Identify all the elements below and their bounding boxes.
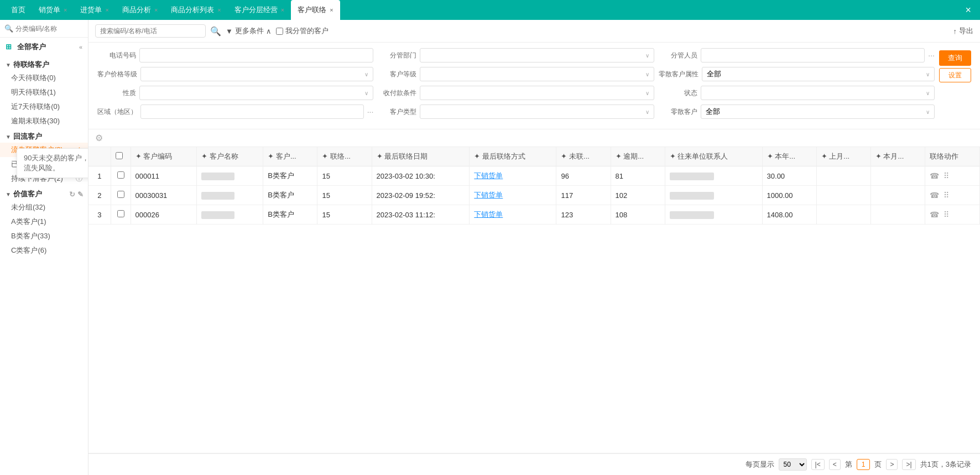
row-checkbox[interactable] (117, 210, 124, 217)
sidebar-item-a-class[interactable]: A类客户(1) (0, 215, 88, 229)
sidebar-section-value[interactable]: ▼ 价值客户 ↻ ✎ (0, 186, 88, 200)
sidebar-item-b-class[interactable]: B类客户(33) (0, 229, 88, 243)
row-last-contact-method[interactable]: 下销货单 (470, 166, 556, 186)
tab-customer-segment-close[interactable]: × (281, 7, 284, 13)
price-level-select[interactable]: ∨ (140, 67, 373, 81)
main-layout: 🔍 ⊞ 全部客户 « ▼ 待联络客户 今天待联络(0) 明天待联络(1) 近7天… (0, 20, 980, 475)
dept-select[interactable]: ∨ (420, 48, 654, 62)
col-this-year[interactable]: ✦ 本年... (762, 147, 816, 166)
region-input[interactable] (140, 105, 364, 119)
next-page-button[interactable]: > (886, 459, 898, 470)
sidebar-item-ungrouped[interactable]: 未分组(32) (0, 200, 88, 215)
select-all-checkbox[interactable] (116, 152, 123, 159)
contact-icon[interactable]: ☎ (930, 171, 939, 180)
row-action: ☎ ⠿ (925, 166, 979, 186)
total-records-label: 共1页，3条记录 (920, 460, 971, 469)
first-page-button[interactable]: |< (811, 459, 825, 470)
per-page-select[interactable]: 50 100 200 (779, 458, 807, 471)
col-code-label: ✦ 客户编码 (135, 152, 173, 160)
settings-button[interactable]: 设置 (939, 68, 971, 82)
retail-customer-label: 零散客户 (659, 107, 697, 117)
row-checkbox[interactable] (117, 171, 124, 179)
my-customers-checkbox-label[interactable]: 我分管的客户 (276, 26, 329, 36)
window-close-button[interactable]: × (961, 4, 976, 16)
more-actions-icon[interactable]: ⠿ (943, 191, 949, 200)
col-no-contact-label: ✦ 未联... (561, 152, 589, 160)
row-checkbox[interactable] (117, 191, 124, 198)
tab-purchase-close[interactable]: × (105, 7, 108, 13)
tab-sales[interactable]: 销货单 × (32, 0, 74, 20)
status-field: 状态 ∨ (659, 86, 935, 100)
row-last-contact-method[interactable]: 下销货单 (470, 205, 556, 225)
contact-icon[interactable]: ☎ (930, 210, 939, 219)
person-input[interactable] (701, 48, 925, 62)
tab-customer-segment[interactable]: 客户分层经营 × (228, 0, 291, 20)
query-button[interactable]: 查询 (939, 50, 971, 66)
col-level[interactable]: ✦ 客户... (263, 147, 317, 166)
tab-product-analysis[interactable]: 商品分析 × (116, 0, 164, 20)
tab-purchase[interactable]: 进货单 × (74, 0, 115, 20)
export-button[interactable]: ↑ 导出 (953, 26, 974, 36)
col-overdue[interactable]: ✦ 逾期... (611, 147, 665, 166)
customer-level-select[interactable]: ∨ (420, 67, 654, 81)
sidebar-item-today-pending[interactable]: 今天待联络(0) (0, 71, 88, 85)
col-last-contact-date[interactable]: ✦ 最后联络日期 (372, 147, 470, 166)
tab-product-analysis-close[interactable]: × (154, 7, 158, 13)
settings-gear-icon[interactable]: ⚙ (95, 133, 103, 143)
tab-home[interactable]: 首页 (4, 0, 32, 20)
col-unit-contact[interactable]: ✦ 往来单位联系人 (665, 147, 762, 166)
tab-customer-contact[interactable]: 客户联络 × (291, 0, 340, 20)
sidebar-item-tomorrow-pending[interactable]: 明天待联络(1) (0, 85, 88, 100)
retail-attr-select[interactable]: 全部∨ (702, 67, 935, 81)
retail-customer-select[interactable]: 全部∨ (701, 105, 935, 119)
row-no-contact: 123 (556, 205, 611, 225)
customer-type-select[interactable]: ∨ (420, 105, 654, 119)
my-customers-checkbox[interactable] (276, 28, 283, 35)
tab-product-analysis-list[interactable]: 商品分析列表 × (164, 0, 227, 20)
sidebar-section-churn[interactable]: ▼ 回流客户 (0, 128, 88, 143)
filter-search-input[interactable] (95, 24, 206, 38)
status-select[interactable]: ∨ (701, 86, 935, 100)
tab-sales-close[interactable]: × (64, 7, 67, 13)
sidebar-item-c-class[interactable]: C类客户(6) (0, 243, 88, 258)
edit-icon[interactable]: ✎ (77, 190, 84, 199)
row-overdue: 102 (611, 186, 665, 205)
col-unit-contact-label: ✦ 往来单位联系人 (670, 152, 728, 160)
refresh-icon[interactable]: ↻ (69, 190, 75, 199)
row-this-year: 30.00 (762, 166, 816, 186)
col-name[interactable]: ✦ 客户名称 (197, 147, 263, 166)
customer-level-label: 客户等级 (378, 70, 416, 79)
more-actions-icon[interactable]: ⠿ (943, 171, 949, 180)
row-last-contact-method[interactable]: 下销货单 (470, 186, 556, 205)
sidebar: 🔍 ⊞ 全部客户 « ▼ 待联络客户 今天待联络(0) 明天待联络(1) 近7天… (0, 20, 88, 475)
row-code: 000026 (131, 205, 197, 225)
last-page-button[interactable]: >| (902, 459, 915, 470)
col-this-month[interactable]: ✦ 本月... (870, 147, 925, 166)
sidebar-all-customers[interactable]: ⊞ 全部客户 « (0, 38, 88, 56)
collapse-icon: « (79, 44, 82, 50)
arrow-down-icon: ▼ (6, 62, 11, 68)
nature-label: 性质 (97, 88, 136, 98)
sidebar-search-input[interactable] (15, 25, 84, 33)
col-no-contact[interactable]: ✦ 未联... (556, 147, 611, 166)
col-last-month[interactable]: ✦ 上月... (816, 147, 870, 166)
row-code: 00030031 (131, 186, 197, 205)
sidebar-item-overdue-pending[interactable]: 逾期未联络(30) (0, 114, 88, 128)
col-contacts[interactable]: ✦ 联络... (317, 147, 372, 166)
region-dots-icon[interactable]: ··· (367, 107, 374, 116)
payment-select[interactable]: ∨ (420, 86, 654, 100)
col-code[interactable]: ✦ 客户编码 (131, 147, 197, 166)
filter-search-button[interactable]: 🔍 (210, 26, 221, 36)
nature-select[interactable]: ∨ (139, 86, 373, 100)
sidebar-section-pending[interactable]: ▼ 待联络客户 (0, 56, 88, 71)
more-actions-icon[interactable]: ⠿ (943, 210, 949, 219)
person-dots-icon[interactable]: ··· (928, 51, 935, 60)
contact-icon[interactable]: ☎ (930, 191, 939, 200)
tab-product-analysis-list-close[interactable]: × (217, 7, 221, 13)
prev-page-button[interactable]: < (829, 459, 841, 470)
filter-more-conditions-button[interactable]: ▼ 更多条件 ∧ (226, 26, 272, 36)
col-last-contact-method[interactable]: ✦ 最后联络方式 (470, 147, 556, 166)
tab-customer-contact-close[interactable]: × (330, 7, 333, 13)
phone-input[interactable] (139, 48, 373, 62)
sidebar-item-7days-pending[interactable]: 近7天待联络(0) (0, 100, 88, 114)
